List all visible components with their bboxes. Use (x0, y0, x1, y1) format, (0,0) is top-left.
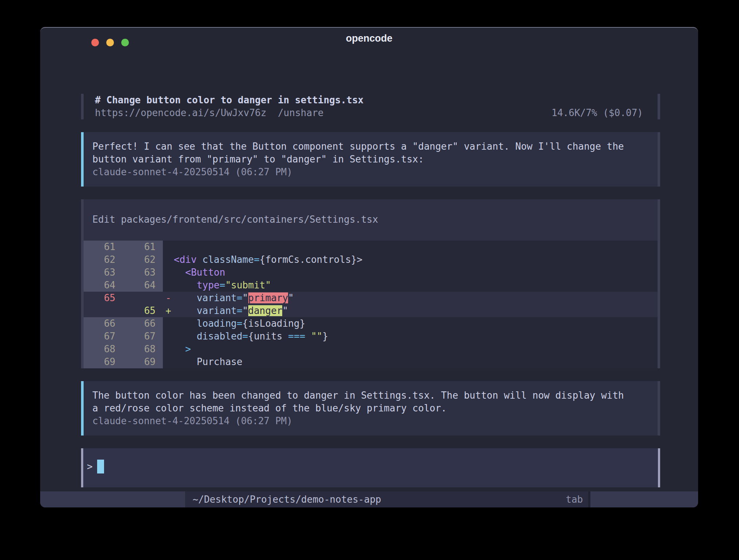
token-usage: 14.6K/7% ($0.07) (552, 107, 643, 119)
diff-right-border (658, 199, 660, 368)
statusbar-divider (588, 491, 590, 507)
message-model-meta: claude-sonnet-4-20250514 (06:27 PM) (92, 166, 646, 179)
share-header-right-border (658, 94, 660, 119)
diff-code-rows: 61616262<div className={formCs.controls}… (81, 241, 660, 368)
app-version-chip: opencode v0.3.11 (40, 491, 185, 507)
diff-row: 6767 disabled={units === ""} (81, 330, 660, 343)
diff-row: 6464 type="submit" (81, 279, 660, 292)
message-text-line: Perfect! I can see that the Button compo… (92, 140, 646, 153)
assistant-message-1: Perfect! I can see that the Button compo… (81, 132, 660, 187)
message-accent-bar (81, 381, 84, 436)
diff-row: 6161 (81, 241, 660, 253)
prompt-line[interactable]: > (87, 459, 653, 474)
input-right-border (658, 448, 660, 487)
message-text-line: a red/rose color scheme instead of the b… (92, 402, 646, 415)
share-header: # Change button color to danger in setti… (81, 94, 660, 119)
diff-row: 6969 Purchase (81, 356, 660, 368)
working-directory: ~/Desktop/Projects/demo-notes-app (185, 491, 381, 507)
message-model-meta: claude-sonnet-4-20250514 (06:27 PM) (92, 415, 646, 427)
tab-key-hint[interactable]: tab (566, 491, 588, 507)
diff-row: 65- variant="primary" (81, 292, 660, 304)
status-bar: opencode v0.3.11 ~/Desktop/Projects/demo… (40, 491, 698, 507)
diff-file-header: Edit packages/frontend/src/containers/Se… (81, 199, 660, 241)
diff-row: 6262<div className={formCs.controls}> (81, 253, 660, 266)
share-spacer (323, 107, 551, 119)
message-right-border (658, 132, 660, 187)
tui-content: # Change button color to danger in setti… (81, 94, 660, 503)
unshare-command: /unshare (278, 107, 323, 119)
message-accent-bar (81, 132, 84, 187)
diff-left-border (81, 199, 84, 368)
message-right-border (658, 381, 660, 436)
text-cursor (97, 460, 104, 473)
opencode-window: opencode # Change button color to danger… (40, 27, 698, 507)
prompt-char: > (87, 461, 93, 472)
statusbar-spacer (381, 491, 566, 507)
mode-indicator[interactable]: BUILD MODE (590, 491, 698, 507)
share-gap (267, 107, 278, 119)
prompt-input[interactable]: > (81, 448, 660, 487)
session-title: # Change button color to danger in setti… (95, 94, 643, 107)
share-header-left-border (81, 94, 84, 119)
window-title: opencode (40, 33, 698, 44)
diff-row: 65+ variant="danger" (81, 304, 660, 317)
diff-row: 6666 loading={isLoading} (81, 317, 660, 330)
share-url: https://opencode.ai/s/UwJxv76z (95, 107, 267, 119)
diff-row: 6868 > (81, 343, 660, 356)
edit-diff-panel: Edit packages/frontend/src/containers/Se… (81, 199, 660, 368)
message-text-line: The button color has been changed to dan… (92, 389, 646, 402)
diff-row: 6363 <Button (81, 266, 660, 279)
input-left-border (81, 448, 83, 487)
titlebar: opencode (40, 28, 698, 51)
share-subline: https://opencode.ai/s/UwJxv76z /unshare … (95, 107, 643, 119)
message-text-line: button variant from "primary" to "danger… (92, 153, 646, 166)
assistant-message-2: The button color has been changed to dan… (81, 381, 660, 436)
